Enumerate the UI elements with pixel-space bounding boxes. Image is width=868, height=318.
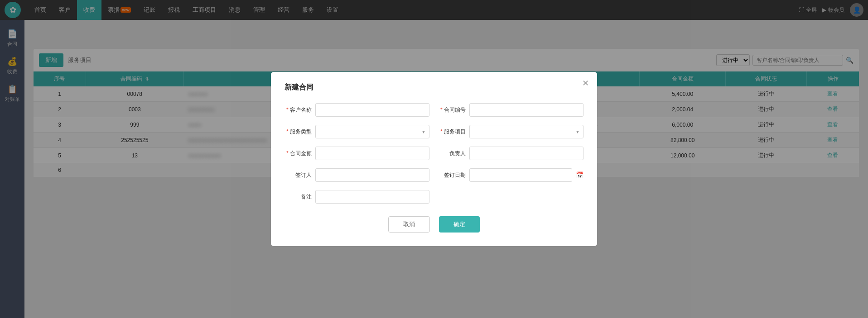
service-type-select-wrap: ▼ [315,125,429,138]
amount-input[interactable]: 0.00 [315,147,429,160]
sign-date-input-wrap: 2023-06-06 📅 [469,168,583,182]
confirm-button[interactable]: 确定 [439,216,480,233]
form-row-4: 签订人 签订日期 2023-06-06 📅 [285,168,583,182]
form-row-1: 客户名称 合同编号 [285,103,583,117]
modal-title: 新建合同 [285,83,583,92]
modal-overlay: ✕ 新建合同 客户名称 合同编号 服务类型 ▼ 服务项目 [0,0,868,318]
responsible-label: 负责人 [439,150,466,157]
service-type-label: 服务类型 [285,128,312,136]
service-item-select[interactable] [469,125,583,138]
signer-label: 签订人 [285,171,312,179]
responsible-field: 负责人 [439,147,583,160]
customer-input[interactable] [315,103,429,117]
remark-label: 备注 [285,193,312,201]
service-item-field: 服务项目 ▼ [439,125,583,138]
sign-date-input[interactable]: 2023-06-06 [469,168,572,182]
customer-label: 客户名称 [285,106,312,114]
signer-input[interactable] [315,168,429,182]
sign-date-field: 签订日期 2023-06-06 📅 [439,168,583,182]
contract-no-input[interactable] [469,103,583,117]
sign-date-label: 签订日期 [439,171,466,179]
contract-no-label: 合同编号 [439,106,466,114]
service-type-select[interactable] [315,125,429,138]
cancel-button[interactable]: 取消 [388,216,430,233]
responsible-input[interactable] [469,147,583,160]
service-type-field: 服务类型 ▼ [285,125,429,138]
form-row-2: 服务类型 ▼ 服务项目 ▼ [285,125,583,138]
calendar-icon[interactable]: 📅 [576,171,583,179]
form-row-3: 合同金额 0.00 负责人 [285,147,583,160]
amount-field: 合同金额 0.00 [285,147,429,160]
form-row-5: 备注 [285,190,583,204]
modal-footer: 取消 确定 [285,216,583,233]
customer-field: 客户名称 [285,103,429,117]
service-item-label: 服务项目 [439,128,466,136]
signer-field: 签订人 [285,168,429,182]
service-item-select-wrap: ▼ [469,125,583,138]
remark-field: 备注 [285,190,429,204]
remark-input[interactable] [315,190,429,204]
amount-label: 合同金额 [285,150,312,157]
new-contract-modal: ✕ 新建合同 客户名称 合同编号 服务类型 ▼ 服务项目 [271,72,597,246]
contract-no-field: 合同编号 [439,103,583,117]
modal-close-button[interactable]: ✕ [582,78,589,88]
